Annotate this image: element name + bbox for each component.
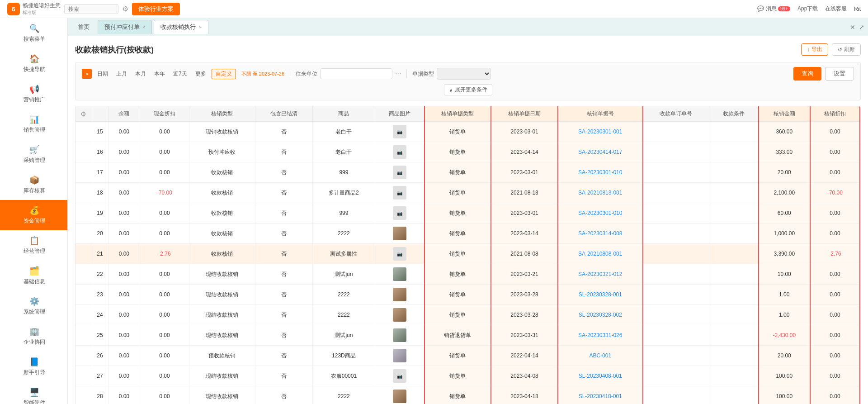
cell-gear — [75, 183, 92, 203]
message-label: 消息 — [766, 5, 777, 12]
verify-bill-no-link[interactable]: SA-20210813-001 — [578, 190, 622, 196]
cell-verify-bill-no: SA-20230301-010 — [558, 203, 643, 223]
cell-product: 2222 — [313, 285, 375, 305]
cell-balance: 0.00 — [108, 264, 140, 285]
cell-receipt-order — [643, 325, 709, 346]
cell-verify-date: 2023-03-21 — [491, 264, 558, 285]
cell-cash-discount: 0.00 — [140, 325, 189, 346]
export-button[interactable]: ↑ 导出 — [801, 43, 828, 56]
date-btn-7days[interactable]: 近7天 — [170, 69, 190, 79]
cell-include-settled: 否 — [255, 223, 312, 244]
cell-verify-bill-no: SA-20210813-001 — [558, 183, 643, 203]
verify-bill-no-link[interactable]: SL-20230418-001 — [579, 393, 622, 399]
cell-receipt-condition — [709, 285, 758, 305]
cell-gear — [75, 162, 92, 183]
verify-bill-no-link[interactable]: SA-20230301-010 — [578, 169, 622, 176]
expand-label: 展开更多条件 — [455, 86, 487, 94]
verify-bill-no-link[interactable]: SA-20230301-010 — [578, 210, 622, 216]
cell-verify-type: 收款核销 — [189, 162, 255, 183]
verify-bill-no-link[interactable]: SA-20230301-001 — [578, 128, 622, 135]
top-search-input[interactable] — [64, 4, 118, 14]
settings-button[interactable]: 设置 — [825, 67, 854, 81]
tab-prepay[interactable]: 预付冲应付单 × — [98, 20, 152, 34]
cell-product: 老白干 — [313, 142, 375, 162]
product-icon: 📷 — [393, 369, 406, 383]
sidebar-item-marketing[interactable]: 📢 营销推广 — [0, 79, 67, 109]
verify-bill-no-link[interactable]: SL-20230408-001 — [579, 373, 622, 379]
message-btn[interactable]: 💬 消息 99+ — [757, 5, 790, 13]
online-service-btn[interactable]: 在线客服 — [825, 5, 847, 13]
sidebar-item-basic-info[interactable]: 🗂️ 基础信息 — [0, 261, 67, 291]
tab-prepay-close[interactable]: × — [142, 24, 145, 30]
sidebar-item-newbie[interactable]: 📘 新手引导 — [0, 352, 67, 382]
verify-bill-no-link[interactable]: SA-20210808-001 — [578, 251, 622, 257]
cell-product-img: 📷 — [375, 183, 424, 203]
sidebar-item-system[interactable]: ⚙️ 系统管理 — [0, 291, 67, 321]
tab-bar-actions: ✕ ⤢ — [850, 24, 864, 31]
sidebar-item-purchase[interactable]: 🛒 采购管理 — [0, 139, 67, 170]
user-name[interactable]: Rit — [854, 6, 861, 12]
cell-gear — [75, 223, 92, 244]
bill-type-select[interactable] — [437, 68, 491, 80]
verify-bill-no-link[interactable]: SL-20230328-002 — [579, 312, 622, 318]
tab-verify-close[interactable]: × — [198, 24, 201, 30]
verify-bill-no-link[interactable]: SA-20230314-008 — [578, 230, 622, 237]
date-btn-more[interactable]: 更多 — [193, 69, 209, 79]
sidebar-item-enterprise[interactable]: 🏢 企业协同 — [0, 321, 67, 352]
query-button[interactable]: 查询 — [793, 67, 821, 81]
settings-icon[interactable]: ⚙ — [122, 5, 128, 13]
sidebar-item-search[interactable]: 🔍 搜索菜单 — [0, 18, 67, 48]
verify-bill-no-link[interactable]: SA-20230321-012 — [578, 271, 622, 277]
partner-input[interactable] — [320, 68, 392, 79]
message-badge: 99+ — [778, 6, 790, 11]
cell-verify-type: 现销收款核销 — [189, 122, 255, 142]
sidebar-item-inventory[interactable]: 📦 库存核算 — [0, 170, 67, 200]
cell-gear — [75, 386, 92, 404]
page-header: 收款核销执行(按收款) ↑ 导出 ↺ 刷新 — [75, 43, 861, 56]
industry-btn[interactable]: 体验行业方案 — [132, 3, 180, 15]
sidebar-item-quick-nav[interactable]: 🏠 快捷导航 — [0, 48, 67, 79]
partner-more-icon[interactable]: ··· — [395, 70, 401, 78]
sidebar-item-sales[interactable]: 📊 销售管理 — [0, 109, 67, 139]
date-btn-last-month[interactable]: 上月 — [113, 69, 130, 79]
filter-bar: » 日期 上月 本月 本年 近7天 更多 自定义 不限 至 2023-07-26 — [75, 62, 861, 100]
refresh-button[interactable]: ↺ 刷新 — [832, 43, 861, 56]
date-btn-this-month[interactable]: 本月 — [132, 69, 149, 79]
tab-verify[interactable]: 收款核销执行 × — [154, 20, 208, 34]
expand-row: ∨ 展开更多条件 — [82, 84, 854, 95]
verify-bill-no-link[interactable]: ABC-001 — [589, 352, 611, 359]
cell-receipt-order — [643, 122, 709, 142]
filter-collapse-btn[interactable]: » — [82, 69, 92, 79]
cell-receipt-condition — [709, 366, 758, 386]
product-thumbnail — [393, 328, 406, 342]
table-settings-icon[interactable]: ⚙ — [80, 110, 86, 118]
close-window-icon[interactable]: ✕ — [850, 24, 855, 31]
table-row: 27 0.00 0.00 现结收款核销 否 衣服00001 📷 销货单 2023… — [75, 366, 860, 386]
col-gear[interactable]: ⚙ — [75, 106, 92, 122]
verify-bill-no-link[interactable]: SA-20230331-026 — [578, 332, 622, 338]
date-btn-this-year[interactable]: 本年 — [151, 69, 168, 79]
sidebar-label-basic-info: 基础信息 — [24, 278, 45, 285]
cell-row-num: 28 — [92, 386, 108, 404]
app-download-btn[interactable]: App下载 — [797, 5, 818, 13]
cell-receipt-order — [643, 244, 709, 264]
partner-label: 往来单位 — [296, 70, 317, 78]
expand-conditions-btn[interactable]: ∨ 展开更多条件 — [444, 84, 492, 95]
verify-bill-no-link[interactable]: SL-20230328-001 — [579, 291, 622, 298]
main-layout: 🔍 搜索菜单 🏠 快捷导航 📢 营销推广 📊 销售管理 🛒 采购管理 📦 库存核… — [0, 18, 868, 404]
maximize-icon[interactable]: ⤢ — [859, 24, 864, 31]
col-receipt-order: 收款单订单号 — [643, 106, 709, 122]
date-btn-custom[interactable]: 自定义 — [212, 69, 236, 79]
cell-product-img: 📷 — [375, 366, 424, 386]
tab-home[interactable]: 首页 — [71, 20, 96, 34]
cell-product-img: 📷 — [375, 244, 424, 264]
sidebar-item-operations[interactable]: 📋 经营管理 — [0, 230, 67, 261]
verify-bill-no-link[interactable]: SA-20230414-017 — [578, 149, 622, 155]
cell-include-settled: 否 — [255, 346, 312, 366]
cell-verify-type: 收款核销 — [189, 223, 255, 244]
cell-cash-discount: 0.00 — [140, 142, 189, 162]
sidebar-item-finance[interactable]: 💰 资金管理 — [0, 200, 67, 230]
cell-verify-bill-type: 销货单 — [425, 386, 491, 404]
cell-balance: 0.00 — [108, 366, 140, 386]
sidebar-item-smart-hw[interactable]: 🖥️ 智能硬件 — [0, 382, 67, 404]
